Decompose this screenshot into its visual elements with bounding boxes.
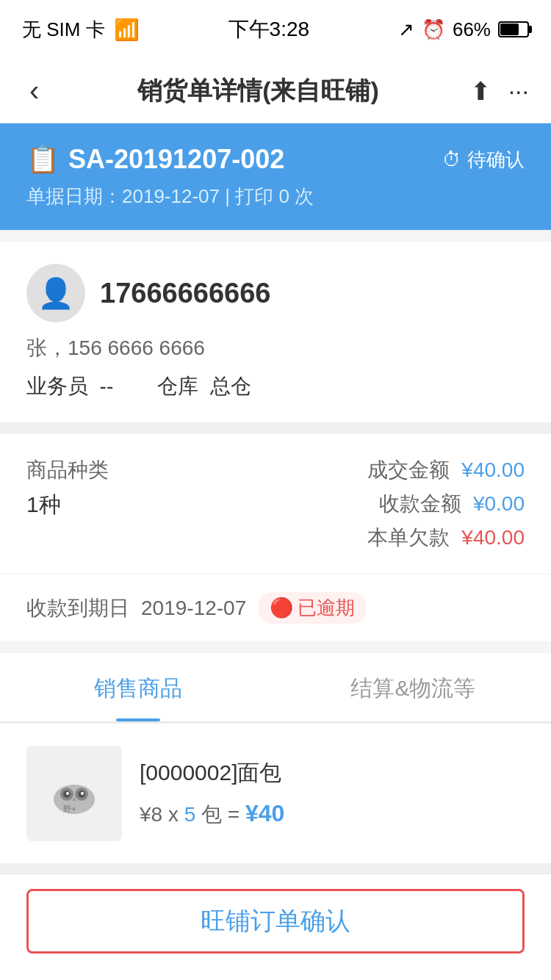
battery-percent: 66% [453,18,491,41]
location-icon: ↗ [398,18,414,41]
owl-logo-icon: 野+ [48,774,100,814]
owed-amount-row: 本单欠款 ¥40.00 [367,524,525,552]
status-icon: ⏱ [442,148,461,171]
tabs-section: 销售商品 结算&物流等 野+ [0,653,551,863]
due-date-card: 收款到期日 2019-12-07 🔴 已逾期 [0,574,551,641]
overdue-badge: 🔴 已逾期 [258,592,367,624]
nav-bar: ‹ 销货单详情(来自旺铺) ⬆ ··· [0,59,551,123]
tab-settlement[interactable]: 结算&物流等 [276,653,551,721]
deal-amount-value: ¥40.00 [461,458,525,482]
order-header: 📋 SA-20191207-002 ⏱ 待确认 单据日期：2019-12-07 … [0,123,551,230]
deal-amount-label: 成交金额 [367,456,450,484]
received-value: ¥0.00 [473,492,525,516]
product-type-value: 1种 [26,490,109,520]
svg-text:野+: 野+ [63,804,76,813]
bottom-bar: 旺铺订单确认 [0,873,551,980]
due-date-value: 2019-12-07 [141,597,246,620]
tabs-row: 销售商品 结算&物流等 [0,653,551,723]
svg-point-6 [81,792,84,795]
order-icon: 📋 [26,144,60,175]
confirm-order-button[interactable]: 旺铺订单确认 [26,889,525,954]
product-name: [0000002]面包 [140,758,284,788]
customer-meta: 业务员 -- 仓库 总仓 [26,372,525,400]
wifi-icon: 📶 [114,18,140,42]
share-icon[interactable]: ⬆ [470,76,491,106]
more-icon[interactable]: ··· [508,76,529,105]
nav-actions: ⬆ ··· [470,76,529,106]
salesperson-label: 业务员 -- [26,372,113,400]
avatar: 👤 [26,264,85,323]
product-info: [0000002]面包 ¥8 x 5 包 = ¥40 [140,746,284,841]
alarm-icon: ⏰ [422,18,445,41]
received-label: 收款金额 [379,490,461,518]
product-thumbnail: 野+ [26,746,122,841]
received-amount-row: 收款金额 ¥0.00 [379,490,525,518]
time-label: 下午3:28 [228,15,310,43]
warehouse-label: 仓库 总仓 [157,372,251,400]
owed-value: ¥40.00 [461,526,525,550]
product-total: ¥40 [245,800,284,826]
product-type-label: 商品种类 [26,456,109,484]
divider-1 [0,422,551,434]
customer-card: 👤 17666666666 张，156 6666 6666 业务员 -- 仓库 … [0,242,551,422]
carrier-label: 无 SIM 卡 [22,17,105,43]
customer-name: 张，156 6666 6666 [26,334,525,362]
summary-left: 商品种类 1种 [26,456,109,520]
battery-icon [498,21,529,37]
tab-sales-goods[interactable]: 销售商品 [0,653,276,721]
status-bar: 无 SIM 卡 📶 下午3:28 ↗ ⏰ 66% [0,0,551,59]
order-id: 📋 SA-20191207-002 [26,144,284,175]
summary-card: 商品种类 1种 成交金额 ¥40.00 收款金额 ¥0.00 本单欠款 ¥40.… [0,434,551,574]
deal-amount-row: 成交金额 ¥40.00 [367,456,525,484]
due-date-label: 收款到期日 [26,594,129,622]
status-right: ↗ ⏰ 66% [398,18,529,41]
overdue-icon: 🔴 [270,597,293,619]
svg-point-5 [66,792,69,795]
product-item: 野+ [0000002]面包 ¥8 x 5 包 = ¥40 [0,723,551,863]
product-price-line: ¥8 x 5 包 = ¥40 [140,800,284,829]
summary-right: 成交金额 ¥40.00 收款金额 ¥0.00 本单欠款 ¥40.00 [367,456,525,552]
order-date: 单据日期：2019-12-07 | 打印 0 次 [26,184,525,209]
order-status: ⏱ 待确认 [442,147,525,173]
back-button[interactable]: ‹ [22,67,46,115]
page-title: 销货单详情(来自旺铺) [137,74,379,108]
avatar-icon: 👤 [37,276,74,311]
product-qty: 5 [184,803,196,826]
owed-label: 本单欠款 [367,524,450,552]
customer-phone: 17666666666 [100,278,270,309]
status-left: 无 SIM 卡 📶 [22,17,140,43]
